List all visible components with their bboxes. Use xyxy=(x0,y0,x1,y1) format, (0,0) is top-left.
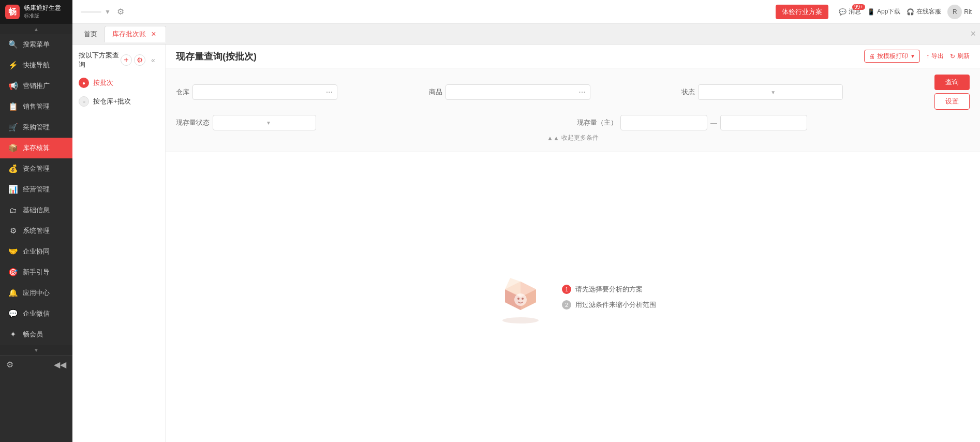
sidebar-scroll-up[interactable]: ▲ xyxy=(0,24,72,34)
tip-number-1: 1 xyxy=(562,285,571,294)
filter-settings-icon[interactable]: ⚙ xyxy=(134,54,145,66)
query-button[interactable]: 查询 xyxy=(934,75,970,90)
inventory-qty-range: — xyxy=(620,115,807,130)
sidebar-item-purchase[interactable]: 🛒 采购管理 xyxy=(0,117,72,138)
guide-icon: 🎯 xyxy=(8,268,18,277)
settings-button[interactable]: 设置 xyxy=(934,93,970,110)
sidebar-item-marketing[interactable]: 📢 营销推广 xyxy=(0,76,72,96)
online-service-button[interactable]: 🎧 在线客服 xyxy=(907,7,941,16)
avatar-initial: R xyxy=(953,8,957,16)
tab-inventory-batch-label: 库存批次账 xyxy=(112,30,146,39)
filter-item-batch[interactable]: ● 按批次 xyxy=(72,73,165,92)
sidebar-item-operation[interactable]: 📊 经营管理 xyxy=(0,179,72,200)
filter-panel: 按以下方案查询 + ⚙ « ● 按批次 ○ 按仓库+批次 xyxy=(72,45,166,442)
sidebar-item-system[interactable]: ⚙ 系统管理 xyxy=(0,220,72,241)
trial-industry-button[interactable]: 体验行业方案 xyxy=(776,5,828,19)
sidebar-item-label-enterprise: 企业协同 xyxy=(23,247,50,256)
sidebar-item-enterprise[interactable]: 🤝 企业协同 xyxy=(0,241,72,262)
sidebar-item-label-member: 畅会员 xyxy=(23,330,43,339)
refresh-button[interactable]: ↻ 刷新 xyxy=(950,52,970,61)
tab-close-button[interactable]: × xyxy=(149,30,158,39)
inventory-qty-max-input[interactable] xyxy=(725,119,803,126)
inventory-qty-min-box[interactable] xyxy=(620,115,707,130)
app-icon: 🔔 xyxy=(8,288,18,298)
gear-icon-topbar[interactable]: ⚙ xyxy=(117,7,124,17)
sidebar-footer: ⚙ ◀◀ xyxy=(0,355,72,374)
filter-panel-title-text: 按以下方案查询 xyxy=(79,51,121,69)
online-service-label: 在线客服 xyxy=(916,7,941,16)
warehouse-label: 仓库 xyxy=(176,87,189,97)
message-badge: 99+ xyxy=(852,4,865,10)
search-menu-icon: 🔍 xyxy=(8,40,18,49)
collapse-filter-icon[interactable]: « xyxy=(147,54,159,66)
print-label: 按模板打印 xyxy=(877,52,908,61)
svg-point-6 xyxy=(514,293,527,306)
export-label: 导出 xyxy=(931,52,944,61)
filter-panel-title: 按以下方案查询 + ⚙ « xyxy=(72,51,165,73)
sidebar-scroll-down[interactable]: ▼ xyxy=(0,345,72,355)
tip-text-2: 用过滤条件来缩小分析范围 xyxy=(575,300,656,310)
settings-icon[interactable]: ⚙ xyxy=(6,360,13,370)
sidebar-item-inventory[interactable]: 📦 库存核算 xyxy=(0,138,72,158)
sidebar: 畅 畅康通好生意 标准版 ▲ 🔍 搜索菜单 ⚡ 快捷导航 📢 营销推广 📋 销售… xyxy=(0,0,72,442)
tip-text-1: 请先选择要分析的方案 xyxy=(575,285,643,294)
export-icon: ↑ xyxy=(926,53,929,60)
user-profile-button[interactable]: R Rit xyxy=(947,5,972,19)
marketing-icon: 📢 xyxy=(8,81,18,91)
range-separator: — xyxy=(710,119,717,127)
sidebar-item-shortcut[interactable]: ⚡ 快捷导航 xyxy=(0,55,72,76)
breadcrumb-dropdown-icon[interactable]: ▼ xyxy=(105,8,111,16)
page-content-area: 按以下方案查询 + ⚙ « ● 按批次 ○ 按仓库+批次 xyxy=(72,45,980,442)
status-label: 状态 xyxy=(681,87,695,97)
inventory-qty-field: 现存量（主） — xyxy=(577,115,970,130)
sidebar-item-member[interactable]: ✦ 畅会员 xyxy=(0,324,72,345)
add-filter-button[interactable]: + xyxy=(121,54,132,66)
warehouse-text-input[interactable] xyxy=(197,89,323,96)
inventory-qty-max-box[interactable] xyxy=(720,115,807,130)
product-input[interactable]: ··· xyxy=(446,84,590,100)
sidebar-item-finance[interactable]: 💰 资金管理 xyxy=(0,158,72,179)
shortcut-icon: ⚡ xyxy=(8,61,18,70)
sidebar-item-label-basic: 基础信息 xyxy=(23,205,50,215)
inventory-qty-label: 现存量（主） xyxy=(577,118,617,127)
headset-icon: 🎧 xyxy=(907,8,914,16)
sidebar-item-search[interactable]: 🔍 搜索菜单 xyxy=(0,34,72,55)
warehouse-field: 仓库 ··· xyxy=(176,84,421,100)
inventory-qty-min-input[interactable] xyxy=(625,119,703,126)
inventory-status-dropdown[interactable]: ▼ xyxy=(213,115,316,130)
print-template-button[interactable]: 🖨 按模板打印 ▼ xyxy=(864,50,920,63)
breadcrumb-path xyxy=(81,11,101,13)
tab-inventory-batch[interactable]: 库存批次账 × xyxy=(105,26,166,42)
app-download-button[interactable]: 📱 App下载 xyxy=(867,7,900,16)
message-button[interactable]: 💬 消息 99+ xyxy=(839,7,861,16)
tab-home[interactable]: 首页 xyxy=(77,26,105,42)
warehouse-more-icon[interactable]: ··· xyxy=(326,87,333,97)
print-icon: 🖨 xyxy=(869,53,875,60)
sidebar-item-wechat[interactable]: 💬 企业微信 xyxy=(0,303,72,324)
status-dropdown[interactable]: ▼ xyxy=(698,84,843,100)
empty-tip-2: 2 用过滤条件来缩小分析范围 xyxy=(562,300,656,310)
filter-item-warehouse-batch[interactable]: ○ 按仓库+批次 xyxy=(72,92,165,111)
collapse-conditions-label: 收起更多条件 xyxy=(561,134,599,142)
collapse-conditions-button[interactable]: ▲▲ 收起更多条件 xyxy=(176,130,970,145)
filter-item-batch-label: 按批次 xyxy=(93,78,113,87)
print-dropdown-icon[interactable]: ▼ xyxy=(910,53,915,59)
empty-state: 1 请先选择要分析的方案 2 用过滤条件来缩小分析范围 xyxy=(166,152,980,442)
page-title: 现存量查询(按批次) xyxy=(176,50,257,63)
warehouse-input[interactable]: ··· xyxy=(192,84,337,100)
app-logo: 畅 xyxy=(5,5,20,19)
product-more-icon[interactable]: ··· xyxy=(578,87,585,97)
sidebar-item-guide[interactable]: 🎯 新手引导 xyxy=(0,262,72,283)
status-dropdown-icon: ▼ xyxy=(770,90,838,95)
sidebar-item-sales[interactable]: 📋 销售管理 xyxy=(0,96,72,117)
product-text-input[interactable] xyxy=(450,89,576,96)
sidebar-item-basic[interactable]: 🗂 基础信息 xyxy=(0,200,72,220)
sidebar-item-app[interactable]: 🔔 应用中心 xyxy=(0,283,72,303)
close-all-tabs-button[interactable]: × xyxy=(970,28,976,39)
export-button[interactable]: ↑ 导出 xyxy=(926,52,944,61)
app-download-icon: 📱 xyxy=(867,8,875,16)
sidebar-item-label-wechat: 企业微信 xyxy=(23,309,50,318)
collapse-sidebar-icon[interactable]: ◀◀ xyxy=(54,360,66,370)
refresh-icon: ↻ xyxy=(950,53,955,60)
empty-state-icon xyxy=(489,266,552,328)
